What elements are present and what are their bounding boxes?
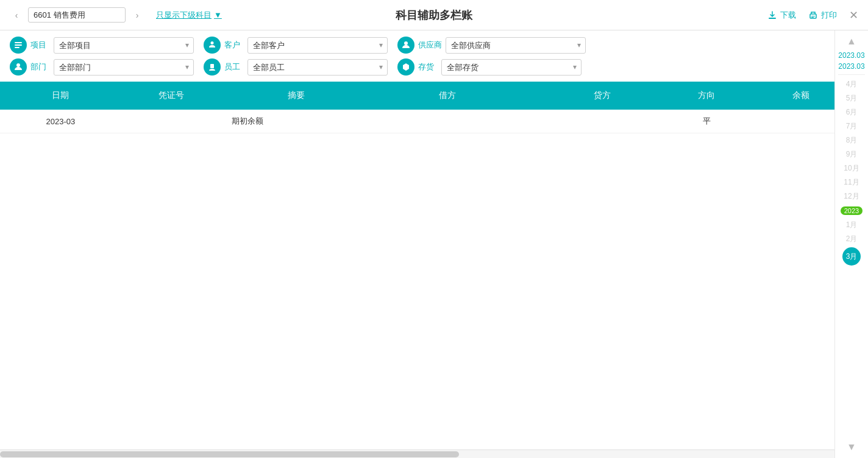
month-8[interactable]: 8月 — [846, 133, 858, 147]
cell-date: 2023-03 — [0, 110, 121, 133]
filter-customer: 客户 全部客户 — [204, 37, 388, 54]
horizontal-scrollbar[interactable] — [0, 449, 834, 458]
department-label: 部门 — [30, 62, 50, 72]
cell-debit — [370, 110, 525, 133]
cell-direction: 平 — [680, 110, 733, 133]
divider-1 — [838, 74, 864, 75]
cell-credit — [525, 110, 680, 133]
page-title: 科目辅助多栏账 — [396, 8, 472, 23]
cell-summary: 期初余额 — [222, 110, 370, 133]
print-icon — [808, 10, 818, 20]
filter-supplier: 供应商 全部供应商 — [397, 37, 586, 54]
svg-rect-5 — [15, 44, 22, 46]
inventory-icon — [397, 58, 414, 76]
filter-employee: 员工 全部员工 — [204, 58, 388, 76]
svg-point-7 — [404, 41, 408, 45]
month-7[interactable]: 7月 — [846, 119, 858, 133]
supplier-select-wrapper: 全部供应商 — [446, 37, 586, 54]
filter-project: 项目 全部项目 — [10, 37, 194, 54]
customer-select-wrapper: 全部客户 — [247, 37, 388, 54]
svg-rect-9 — [210, 64, 214, 68]
title-bar: ‹ › 只显示下级科目 ▼ 科目辅助多栏账 下载 — [0, 0, 868, 30]
filter-row-1: 项目 全部项目 客户 全部客户 — [10, 37, 858, 54]
month-12[interactable]: 12月 — [844, 189, 859, 203]
month-10[interactable]: 10月 — [844, 161, 859, 175]
period-top-2[interactable]: 2023.03 — [838, 61, 864, 72]
filter-inventory: 存货 全部存货 — [397, 58, 582, 76]
supplier-label: 供应商 — [418, 40, 442, 51]
main-window: ‹ › 只显示下级科目 ▼ 科目辅助多栏账 下载 — [0, 0, 868, 458]
month-5[interactable]: 5月 — [846, 91, 858, 105]
customer-icon — [204, 37, 221, 54]
title-bar-left: ‹ › 只显示下级科目 ▼ — [10, 7, 222, 23]
svg-point-8 — [16, 63, 20, 67]
inventory-select[interactable]: 全部存货 — [441, 59, 582, 76]
year-badge[interactable]: 2023 — [841, 206, 863, 215]
customer-label: 客户 — [224, 40, 244, 51]
project-select-wrapper: 全部项目 — [54, 37, 194, 54]
customer-select[interactable]: 全部客户 — [247, 37, 388, 54]
col-voucher: 凭证号 — [121, 82, 222, 110]
employee-select-wrapper: 全部员工 — [247, 59, 388, 76]
filter-section: 项目 全部项目 客户 全部客户 — [0, 30, 868, 82]
month-1[interactable]: 1月 — [846, 218, 858, 232]
table-row: 2023-03 期初余额 平 — [0, 110, 868, 133]
col-direction: 方向 — [680, 82, 733, 110]
employee-icon — [204, 58, 221, 76]
month-3-active[interactable]: 3月 — [842, 247, 861, 266]
dropdown-icon: ▼ — [214, 10, 222, 19]
month-9[interactable]: 9月 — [846, 147, 858, 161]
col-date: 日期 — [0, 82, 121, 110]
next-account-button[interactable]: › — [130, 9, 144, 22]
department-select-wrapper: 全部部门 — [54, 59, 194, 76]
department-icon — [10, 58, 27, 76]
prev-account-button[interactable]: ‹ — [10, 9, 23, 22]
filter-row-2: 部门 全部部门 员工 全部员工 — [10, 58, 858, 76]
panel-down-arrow[interactable]: ▼ — [843, 439, 860, 456]
project-select[interactable]: 全部项目 — [54, 37, 194, 54]
svg-rect-6 — [15, 47, 20, 48]
download-icon — [767, 10, 777, 20]
panel-up-arrow[interactable]: ▲ — [843, 33, 860, 50]
show-sub-label[interactable]: 只显示下级科目 ▼ — [156, 10, 222, 21]
department-select[interactable]: 全部部门 — [54, 59, 194, 76]
employee-label: 员工 — [224, 62, 244, 72]
employee-select[interactable]: 全部员工 — [247, 59, 388, 76]
month-2[interactable]: 2月 — [846, 232, 858, 246]
supplier-select[interactable]: 全部供应商 — [446, 37, 586, 54]
project-label: 项目 — [30, 40, 50, 51]
month-6[interactable]: 6月 — [846, 105, 858, 119]
svg-rect-4 — [15, 42, 22, 43]
svg-rect-3 — [811, 17, 814, 18]
svg-rect-0 — [769, 18, 776, 19]
inventory-label: 存货 — [418, 62, 438, 72]
cell-voucher — [121, 110, 222, 133]
title-bar-right: 下载 打印 ✕ — [767, 9, 858, 22]
inventory-select-wrapper: 全部存货 — [441, 59, 582, 76]
right-panel: ▲ 2023.03 2023.03 4月 5月 6月 7月 8月 9月 10月 … — [834, 30, 868, 458]
month-11[interactable]: 11月 — [844, 175, 859, 189]
data-table: 日期 凭证号 摘要 借方 贷方 方向 余额 2023-03 期初余额 平 — [0, 82, 868, 133]
filter-department: 部门 全部部门 — [10, 58, 194, 76]
period-top-1[interactable]: 2023.03 — [838, 50, 864, 61]
col-credit: 贷方 — [525, 82, 680, 110]
project-icon — [10, 37, 27, 54]
col-debit: 借方 — [370, 82, 525, 110]
table-wrapper: 日期 凭证号 摘要 借方 贷方 方向 余额 2023-03 期初余额 平 — [0, 82, 868, 458]
col-summary: 摘要 — [222, 82, 370, 110]
svg-rect-2 — [811, 16, 815, 16]
year-badge-wrapper: 2023 — [841, 205, 863, 216]
scrollbar-thumb — [0, 451, 459, 457]
month-4[interactable]: 4月 — [846, 77, 858, 91]
print-button[interactable]: 打印 — [808, 10, 837, 21]
close-button[interactable]: ✕ — [849, 9, 858, 22]
table-header-row: 日期 凭证号 摘要 借方 贷方 方向 余额 — [0, 82, 868, 110]
account-code-input[interactable] — [28, 7, 126, 23]
download-button[interactable]: 下载 — [767, 10, 796, 21]
supplier-icon — [397, 37, 414, 54]
